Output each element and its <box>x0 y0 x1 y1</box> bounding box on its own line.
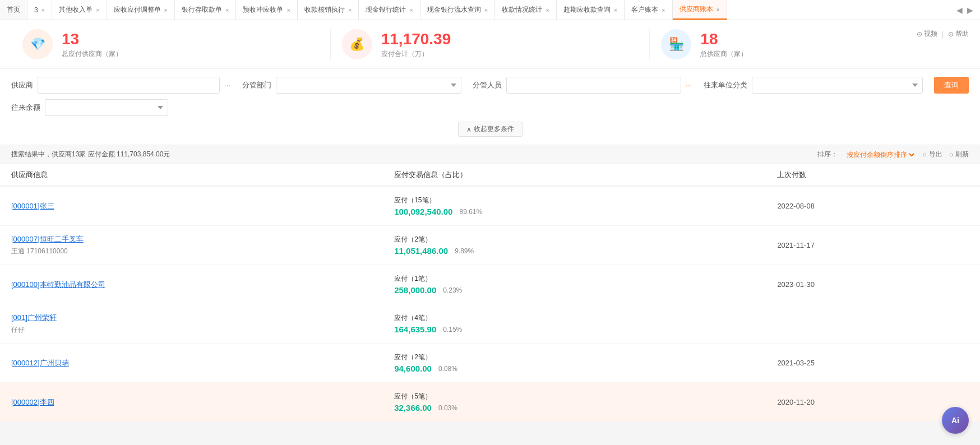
stat-value-payable-total: 11,170.39 <box>381 30 451 48</box>
tab-close-other-income[interactable]: × <box>96 7 99 13</box>
last-pay: 2021-03-25 <box>777 359 969 367</box>
nav-tab-ap-adjust[interactable]: 应收应付调整单× <box>107 0 175 20</box>
nav-tab-bank-deposit[interactable]: 银行存取款单× <box>175 0 236 20</box>
video-link[interactable]: ⊙ 视频 <box>917 29 937 39</box>
tab-close-supplier-account[interactable]: × <box>716 6 720 13</box>
stat-icon-payable-suppliers: 💎 <box>22 29 53 59</box>
tx-row: 32,366.00 0.03% <box>394 403 777 412</box>
tx-label: 应付（2笔） <box>394 235 777 244</box>
sort-label: 排序： <box>817 150 838 159</box>
tab-close-advance-collect[interactable]: × <box>286 7 290 13</box>
refresh-button[interactable]: ○ 刷新 <box>949 150 969 159</box>
table-row: [000007]恒旺二手叉车 王通 17106110000 应付（2笔） 11,… <box>0 226 980 265</box>
supplier-ellipsis[interactable]: ··· <box>224 81 231 90</box>
table-body: [000001]张三 应付（15笔） 100,092,540.00 89.61%… <box>0 187 980 422</box>
tx-cell: 应付（1笔） 258,000.00 0.23% <box>394 274 777 295</box>
supplier-sub: 王通 17106110000 <box>11 247 394 256</box>
data-table: 供应商信息 应付交易信息（占比） 上次付数 [000001]张三 应付（15笔）… <box>0 164 980 422</box>
nav-tab-home[interactable]: 首页 <box>0 0 27 20</box>
supplier-cell: [000002]李四 <box>11 397 394 407</box>
tx-row: 11,051,486.00 9.89% <box>394 246 777 256</box>
tx-amount: 164,635.90 <box>394 325 436 334</box>
top-nav: 首页3×其他收入单×应收应付调整单×银行存取款单×预收冲应收单×收款核销执行×现… <box>0 0 980 20</box>
person-input[interactable] <box>506 77 681 94</box>
table-row: [000001]张三 应付（15笔） 100,092,540.00 89.61%… <box>0 187 980 226</box>
person-label: 分管人员 <box>473 80 502 90</box>
supplier-link[interactable]: [000007]恒旺二手叉车 <box>11 234 394 244</box>
actions-divider: | <box>942 29 944 39</box>
tab-close-receipt-stat[interactable]: × <box>546 7 549 13</box>
search-button[interactable]: 查询 <box>934 77 969 94</box>
tab-label-other-income: 其他收入单 <box>59 5 93 15</box>
nav-tab-receipt-verify[interactable]: 收款核销执行× <box>298 0 359 20</box>
stat-text-total-suppliers: 18 总供应商（家） <box>700 30 747 59</box>
tx-percent: 0.08% <box>438 365 457 373</box>
stat-label-payable-suppliers: 总应付供应商（家） <box>62 49 122 59</box>
nav-tab-other-income[interactable]: 其他收入单× <box>52 0 107 20</box>
tx-cell: 应付（5笔） 32,366.00 0.03% <box>394 392 777 412</box>
help-icon: ⊙ <box>948 30 954 38</box>
supplier-cell: [000001]张三 <box>11 201 394 211</box>
help-link[interactable]: ⊙ 帮助 <box>948 29 969 39</box>
supplier-label: 供应商 <box>11 80 33 90</box>
dept-select[interactable] <box>276 77 462 94</box>
supplier-link[interactable]: [000012]广州贝瑞 <box>11 358 394 368</box>
tab-close-ap-adjust[interactable]: × <box>164 7 168 13</box>
tab-label-ap-adjust: 应收应付调整单 <box>114 5 161 15</box>
stat-block-payable-suppliers: 💎 13 总应付供应商（家） <box>11 29 331 59</box>
collapse-label: 收起更多条件 <box>474 124 514 134</box>
supplier-link[interactable]: [000100]本特勤油品有限公司 <box>11 280 394 290</box>
person-ellipsis[interactable]: ··· <box>686 81 692 90</box>
tab-label-receipt-stat: 收款情况统计 <box>502 5 542 15</box>
refresh-icon: ○ <box>949 151 953 159</box>
nav-tab-supplier-account[interactable]: 供应商账本× <box>673 0 727 20</box>
tx-row: 100,092,540.00 89.61% <box>394 207 777 216</box>
tx-amount: 94,600.00 <box>394 364 432 373</box>
nav-tab-customer-account[interactable]: 客户账本× <box>625 0 672 20</box>
balance-select[interactable]: 正余额 负余额 <box>45 99 168 116</box>
supplier-link[interactable]: [000001]张三 <box>11 201 394 211</box>
stat-label-payable-total: 应付合计（万） <box>381 49 451 59</box>
tab-label-supplier-account: 供应商账本 <box>679 4 713 14</box>
tab-close-tab3[interactable]: × <box>41 7 45 13</box>
tx-cell: 应付（2笔） 94,600.00 0.08% <box>394 353 777 373</box>
nav-tab-cash-bank-stat[interactable]: 现金银行统计× <box>359 0 420 20</box>
ai-label: Ai <box>951 416 959 422</box>
supplier-input[interactable] <box>38 77 220 94</box>
collapse-button[interactable]: ∧ 收起更多条件 <box>458 122 523 137</box>
results-info: 搜索结果中，供应商13家 应付金额 111,703,854.00元 <box>11 150 170 159</box>
tab-close-customer-account[interactable]: × <box>662 7 665 13</box>
filter-area: 供应商 ··· 分管部门 分管人员 ··· 往来单位分类 查询 往来余额 <box>0 69 980 145</box>
supplier-link[interactable]: [001]广州荣轩 <box>11 313 394 323</box>
tab-label-receipt-verify: 收款核销执行 <box>304 5 345 15</box>
tab-close-cash-bank-stat[interactable]: × <box>409 7 413 13</box>
unit-class-label: 往来单位分类 <box>704 80 747 90</box>
tab-close-overdue-query[interactable]: × <box>614 7 617 13</box>
nav-tab-receipt-stat[interactable]: 收款情况统计× <box>495 0 556 20</box>
nav-tab-tab3[interactable]: 3× <box>27 0 52 20</box>
tab-close-cash-bank-flow[interactable]: × <box>484 7 488 13</box>
dept-label: 分管部门 <box>242 80 271 90</box>
tx-percent: 89.61% <box>459 208 482 216</box>
tx-label: 应付（2笔） <box>394 353 777 362</box>
tx-label: 应付（4笔） <box>394 313 777 323</box>
nav-next-arrow[interactable]: ▶ <box>965 6 976 15</box>
table-header: 供应商信息 应付交易信息（占比） 上次付数 <box>0 164 980 187</box>
supplier-cell: [000100]本特勤油品有限公司 <box>11 280 394 290</box>
supplier-link[interactable]: [000002]李四 <box>11 397 394 407</box>
results-bar: 搜索结果中，供应商13家 应付金额 111,703,854.00元 排序： 按应… <box>0 145 980 164</box>
export-icon: ○ <box>923 151 927 159</box>
nav-tab-advance-collect[interactable]: 预收冲应收单× <box>236 0 297 20</box>
tab-close-bank-deposit[interactable]: × <box>225 7 229 13</box>
nav-prev-arrow[interactable]: ◀ <box>954 6 965 15</box>
unit-class-select[interactable] <box>752 77 923 94</box>
tx-percent: 0.03% <box>438 404 457 412</box>
export-button[interactable]: ○ 导出 <box>923 150 942 159</box>
nav-tab-cash-bank-flow[interactable]: 现金银行流水查询× <box>420 0 495 20</box>
tab-close-receipt-verify[interactable]: × <box>348 7 352 13</box>
last-pay: 2021-11-17 <box>777 241 969 249</box>
sort-select[interactable]: 按应付余额倒序排序 按应付余额升序排序 <box>844 150 916 159</box>
stats-header: 💎 13 总应付供应商（家） 💰 11,170.39 应付合计（万） 🏪 18 … <box>0 20 980 69</box>
filter-row-1: 供应商 ··· 分管部门 分管人员 ··· 往来单位分类 查询 <box>11 77 969 94</box>
nav-tab-overdue-query[interactable]: 超期应收款查询× <box>557 0 625 20</box>
